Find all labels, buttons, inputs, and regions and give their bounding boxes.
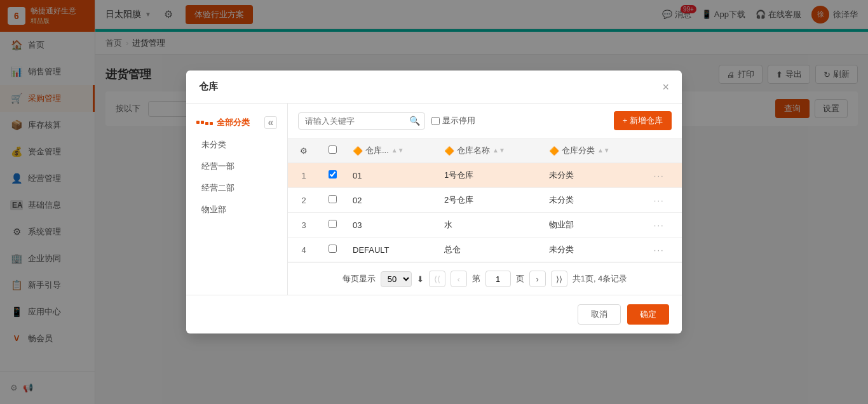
confirm-btn[interactable]: 确定: [627, 304, 669, 325]
total-info: 共1页, 4条记录: [573, 273, 628, 285]
table-toolbar: 🔍 显示停用 + 新增仓库: [288, 104, 682, 138]
first-page-btn[interactable]: ⟨⟨: [429, 271, 445, 287]
row-name: 水: [437, 213, 541, 238]
row-category: 未分类: [541, 163, 646, 188]
sort-arrows[interactable]: ▲▼: [391, 148, 404, 153]
row-actions[interactable]: ···: [646, 238, 682, 262]
col-code: 🔶 仓库... ▲▼: [345, 138, 437, 163]
warehouse-modal: 仓库 × 全部分类 « 未分类 经营一部 经营二部 物业部: [186, 71, 682, 333]
last-page-btn[interactable]: ⟩⟩: [551, 271, 567, 287]
table-row[interactable]: 2 02 2号仓库 未分类 ···: [288, 188, 682, 213]
page-number-input[interactable]: [485, 271, 511, 287]
all-categories-btn[interactable]: 全部分类 «: [186, 111, 287, 134]
col-checkbox: [320, 138, 345, 163]
category-item-ops1[interactable]: 经营一部: [186, 156, 287, 177]
row-actions[interactable]: ···: [646, 188, 682, 213]
warehouse-table-wrap: ⚙ 🔶 仓库... ▲▼: [288, 138, 682, 262]
row-more-actions[interactable]: ···: [654, 196, 665, 205]
sort-arrows3[interactable]: ▲▼: [597, 148, 610, 153]
col-actions-header: [646, 138, 682, 163]
pagination: 每页显示 50 ⬇ ⟨⟨ ‹ 第 页 › ⟩⟩ 共1页, 4条记录: [288, 262, 682, 295]
sort-icon3: 🔶: [549, 146, 559, 156]
row-code: 01: [345, 163, 437, 188]
row-category: 未分类: [541, 238, 646, 262]
gear-icon[interactable]: ⚙: [300, 146, 308, 156]
modal-close-btn[interactable]: ×: [662, 81, 669, 93]
row-more-actions[interactable]: ···: [654, 245, 665, 255]
warehouse-table: ⚙ 🔶 仓库... ▲▼: [288, 138, 682, 262]
table-body: 1 01 1号仓库 未分类 ··· 2 02 2号仓库 未分类 ··· 3 03…: [288, 163, 682, 262]
per-page-label: 每页显示: [342, 273, 376, 285]
modal-title: 仓库: [199, 81, 218, 93]
page-suffix: 页: [516, 273, 524, 285]
modal-header: 仓库 ×: [186, 71, 682, 104]
show-disabled-label: 显示停用: [442, 115, 475, 126]
category-item-property[interactable]: 物业部: [186, 199, 287, 220]
row-name: 总仓: [437, 238, 541, 262]
next-page-btn[interactable]: ›: [529, 271, 546, 287]
row-more-actions[interactable]: ···: [654, 171, 665, 180]
category-item-uncategorized[interactable]: 未分类: [186, 134, 287, 156]
add-warehouse-btn[interactable]: + 新增仓库: [614, 111, 672, 130]
sort-arrows2[interactable]: ▲▼: [492, 148, 505, 153]
search-icon[interactable]: 🔍: [409, 116, 420, 126]
row-checkbox[interactable]: [329, 245, 337, 253]
row-number: 1: [288, 163, 320, 188]
per-page-select[interactable]: 50: [381, 271, 412, 287]
row-checkbox-cell[interactable]: [320, 238, 345, 262]
row-checkbox-cell[interactable]: [320, 213, 345, 238]
modal-body: 全部分类 « 未分类 经营一部 经营二部 物业部 🔍: [186, 104, 682, 295]
col-name: 🔶 仓库名称 ▲▼: [437, 138, 541, 163]
row-code: 03: [345, 213, 437, 238]
row-checkbox-cell[interactable]: [320, 188, 345, 213]
col-category: 🔶 仓库分类 ▲▼: [541, 138, 646, 163]
sort-icon2: 🔶: [444, 146, 454, 156]
grid-icon: [196, 121, 213, 125]
right-panel: 🔍 显示停用 + 新增仓库 ⚙: [288, 104, 682, 295]
category-item-ops2[interactable]: 经营二部: [186, 177, 287, 199]
table-header-row: ⚙ 🔶 仓库... ▲▼: [288, 138, 682, 163]
all-categories-label: 全部分类: [217, 117, 250, 128]
sort-icon: 🔶: [353, 146, 363, 156]
table-row[interactable]: 4 DEFAULT 总仓 未分类 ···: [288, 238, 682, 262]
select-all-checkbox[interactable]: [329, 145, 337, 154]
table-row[interactable]: 1 01 1号仓库 未分类 ···: [288, 163, 682, 188]
collapse-btn[interactable]: «: [264, 116, 277, 129]
row-category: 未分类: [541, 188, 646, 213]
search-wrap: 🔍: [298, 112, 425, 130]
show-disabled-toggle[interactable]: 显示停用: [431, 115, 475, 126]
modal-overlay[interactable]: 仓库 × 全部分类 « 未分类 经营一部 经营二部 物业部: [0, 0, 868, 404]
col-gear: ⚙: [288, 138, 320, 163]
modal-footer: 取消 确定: [186, 295, 682, 333]
row-actions[interactable]: ···: [646, 163, 682, 188]
warehouse-search-input[interactable]: [298, 112, 425, 130]
row-code: DEFAULT: [345, 238, 437, 262]
row-name: 2号仓库: [437, 188, 541, 213]
row-checkbox[interactable]: [329, 170, 337, 178]
row-code: 02: [345, 188, 437, 213]
page-prefix: 第: [472, 273, 480, 285]
row-checkbox-cell[interactable]: [320, 163, 345, 188]
row-category: 物业部: [541, 213, 646, 238]
prev-page-btn[interactable]: ‹: [451, 271, 467, 287]
row-more-actions[interactable]: ···: [654, 220, 665, 230]
row-checkbox[interactable]: [329, 195, 337, 203]
row-actions[interactable]: ···: [646, 213, 682, 238]
row-number: 4: [288, 238, 320, 262]
cancel-btn[interactable]: 取消: [578, 304, 621, 325]
row-number: 2: [288, 188, 320, 213]
show-disabled-checkbox[interactable]: [431, 117, 440, 125]
table-row[interactable]: 3 03 水 物业部 ···: [288, 213, 682, 238]
row-checkbox[interactable]: [329, 220, 337, 228]
row-number: 3: [288, 213, 320, 238]
row-name: 1号仓库: [437, 163, 541, 188]
sort-icon-text: ⬇: [417, 274, 424, 284]
category-panel: 全部分类 « 未分类 经营一部 经营二部 物业部: [186, 104, 288, 295]
